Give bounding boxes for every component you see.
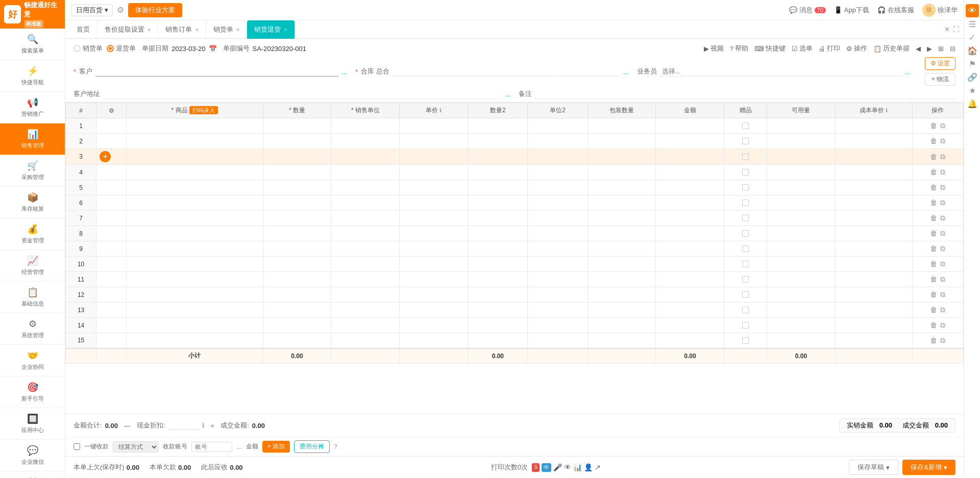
qty2-cell-4[interactable] [468,165,528,180]
account-input[interactable] [191,442,232,452]
sidebar-item-1[interactable]: ⚡快捷导航 [0,60,65,92]
amount-cell-5[interactable] [656,180,724,195]
amount-cell-12[interactable] [656,287,724,303]
pack-cell-9[interactable] [587,241,656,257]
price-cell-5[interactable] [400,180,468,195]
copy-icon-7[interactable]: ⧉ [940,214,945,222]
gift-cell-11[interactable] [724,272,767,287]
warehouse-select-btn[interactable]: ... [623,68,629,76]
delete-icon-8[interactable]: 🗑 [930,229,937,238]
save-draft-btn[interactable]: 保存草稿 ▾ [849,460,898,475]
avail-cell-4[interactable] [767,165,836,180]
flag-icon[interactable]: ⚑ [966,57,979,70]
gift-cell-9[interactable] [724,241,767,257]
gift-cell-14[interactable] [724,318,767,333]
copy-icon-8[interactable]: ⧉ [940,229,945,238]
gift-cell-2[interactable] [724,134,767,149]
product-cell-8[interactable] [126,226,263,241]
tab-3[interactable]: 销货单× [206,20,247,39]
table-icon[interactable]: 📊 [573,463,582,472]
gift-cell-15[interactable] [724,333,767,348]
product-cell-13[interactable] [126,303,263,318]
gift-cell-1[interactable] [724,118,767,134]
price-cell-12[interactable] [400,287,468,303]
add-payment-btn[interactable]: + 添加 [262,441,290,452]
pack-cell-5[interactable] [587,180,656,195]
close-tab-icon[interactable]: ✕ [944,26,950,33]
tab-4[interactable]: 销货退货× [247,20,295,39]
amount-cell-4[interactable] [656,165,724,180]
avail-cell-7[interactable] [767,211,836,226]
gift-cell-4[interactable] [724,165,767,180]
delete-icon-2[interactable]: 🗑 [930,137,937,145]
unit2-cell-1[interactable] [528,118,587,134]
delete-icon-10[interactable]: 🗑 [930,260,937,268]
price-cell-1[interactable] [400,118,468,134]
discount-input[interactable] [168,421,199,430]
qty2-cell-15[interactable] [468,333,528,348]
product-cell-6[interactable] [126,195,263,211]
qty-cell-8[interactable] [263,226,331,241]
avail-cell-2[interactable] [767,134,836,149]
unit-cell-6[interactable] [331,195,400,211]
copy-icon-4[interactable]: ⧉ [940,168,945,177]
costprice-cell-8[interactable] [835,226,912,241]
avail-cell-12[interactable] [767,287,836,303]
amount-cell-15[interactable] [656,333,724,348]
qty2-cell-10[interactable] [468,257,528,272]
qty2-cell-3[interactable] [468,149,528,165]
amount-cell-10[interactable] [656,257,724,272]
gift-cell-12[interactable] [724,287,767,303]
qty2-cell-2[interactable] [468,134,528,149]
product-cell-1[interactable] [126,118,263,134]
costprice-cell-1[interactable] [835,118,912,134]
delete-icon-12[interactable]: 🗑 [930,290,937,299]
product-cell-7[interactable] [126,211,263,226]
row-gear-14[interactable] [96,318,127,333]
delete-icon-6[interactable]: 🗑 [930,198,937,207]
unit2-cell-11[interactable] [528,272,587,287]
unit2-cell-7[interactable] [528,211,587,226]
row-gear-12[interactable] [96,287,127,303]
tab-close-2[interactable]: × [195,27,198,33]
copy-icon-5[interactable]: ⧉ [940,183,945,192]
product-cell-3[interactable] [126,149,263,165]
amount-cell-3[interactable] [656,149,724,165]
gift-checkbox-1[interactable] [742,122,749,129]
settings-btn[interactable]: ⚙ 设置 [925,57,955,70]
pack-cell-13[interactable] [587,303,656,318]
gift-cell-10[interactable] [724,257,767,272]
operate-btn[interactable]: ⚙ 操作 [846,44,867,53]
copy-icon-13[interactable]: ⧉ [940,306,945,314]
unit-cell-14[interactable] [331,318,400,333]
calendar-icon[interactable]: 📅 [209,45,217,53]
delete-icon-14[interactable]: 🗑 [930,321,937,330]
unit2-cell-9[interactable] [528,241,587,257]
product-input-3[interactable] [130,153,260,161]
sidebar-item-5[interactable]: 📦库存核算 [0,187,65,218]
avail-cell-10[interactable] [767,257,836,272]
unit-cell-15[interactable] [331,333,400,348]
costprice-cell-14[interactable] [835,318,912,333]
sidebar-item-0[interactable]: 🔍搜索菜单 [0,29,65,60]
unit2-cell-2[interactable] [528,134,587,149]
online-service-btn[interactable]: 🎧 在线客服 [877,6,914,15]
unit2-cell-10[interactable] [528,257,587,272]
gift-cell-13[interactable] [724,303,767,318]
sidebar-item-4[interactable]: 🛒采购管理 [0,155,65,187]
product-cell-5[interactable] [126,180,263,195]
customer-select-btn[interactable]: ... [341,68,347,76]
row-gear-10[interactable] [96,257,127,272]
qty2-cell-12[interactable] [468,287,528,303]
address-select-btn[interactable]: ... [505,90,510,98]
gift-checkbox-4[interactable] [742,169,749,175]
costprice-cell-11[interactable] [835,272,912,287]
unit-cell-9[interactable] [331,241,400,257]
share-icon[interactable]: ↗ [595,463,601,472]
room-icon[interactable]: 🏠 [966,44,979,57]
costprice-cell-12[interactable] [835,287,912,303]
copy-icon-3[interactable]: ⧉ [940,153,945,161]
help-btn[interactable]: ? 帮助 [730,44,748,53]
delete-icon-9[interactable]: 🗑 [930,244,937,253]
copy-icon-1[interactable]: ⧉ [940,121,945,130]
